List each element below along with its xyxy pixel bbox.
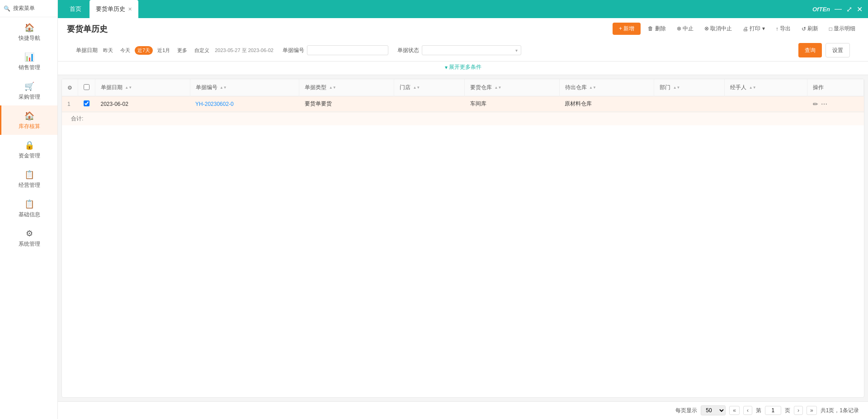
last-page-button[interactable]: » — [807, 406, 817, 415]
content-area: 要货单历史 + 新增 🗑 删除 ⊗ 中止 ⊗ 取消中止 🖨 🖨 打印 打印 ▾ … — [58, 18, 868, 419]
row-store — [394, 96, 465, 112]
sort-icon-handler[interactable]: ▲▼ — [749, 86, 756, 90]
row-doc-date: 2023-06-02 — [95, 96, 190, 112]
date-filter-label: 单据日期 — [76, 47, 98, 54]
settings-icon[interactable]: ⚙ — [67, 85, 72, 91]
table-body: 1 2023-06-02 YH-20230602-0 要货单要货 车间库 原材料… — [62, 96, 864, 112]
tab-home[interactable]: 首页 — [63, 0, 88, 18]
refresh-button[interactable]: ↺ 刷新 — [798, 23, 822, 34]
filter-expand-row: ▾ 展开更多条件 — [58, 62, 868, 75]
page-size-select[interactable]: 50 10 20 100 — [701, 405, 726, 415]
stop-button[interactable]: ⊗ 中止 — [673, 23, 697, 34]
delete-button[interactable]: 🗑 删除 — [644, 23, 669, 34]
next-page-button[interactable]: › — [794, 406, 803, 415]
maximize-button[interactable]: ⤢ — [846, 5, 852, 14]
row-select-checkbox[interactable] — [84, 100, 90, 106]
date-btn-today[interactable]: 今天 — [118, 46, 133, 55]
expand-icon: ▾ — [445, 64, 448, 71]
sidebar-label-system-mgmt: 系统管理 — [19, 240, 40, 248]
expand-more-button[interactable]: ▾ 展开更多条件 — [445, 63, 481, 71]
sidebar-item-purchase-mgmt[interactable]: 🛒 采购管理 — [0, 76, 57, 105]
brand-text: OfTEn — [812, 6, 830, 13]
sidebar-item-basic-info[interactable]: 📋 基础信息 — [0, 194, 57, 223]
sort-icon-department[interactable]: ▲▼ — [673, 86, 680, 90]
table-footer: 合计: — [62, 112, 864, 125]
sort-icon-date[interactable]: ▲▼ — [125, 86, 132, 90]
filter-row: 单据日期 昨天 今天 近7天 近1月 更多 自定义 2023-05-27 至 2… — [67, 39, 859, 61]
table-container: ⚙ 单据日期 ▲▼ 单据编号 ▲▼ 单据类型 ▲▼ — [61, 79, 864, 398]
first-page-button[interactable]: « — [729, 406, 740, 415]
sidebar-search[interactable]: 🔍 搜索菜单 — [0, 0, 57, 17]
row-more-icon[interactable]: ⋯ — [821, 100, 827, 108]
sort-icon-req-warehouse[interactable]: ▲▼ — [495, 86, 502, 90]
page-number-input[interactable] — [765, 406, 781, 415]
print-button[interactable]: 🖨 🖨 打印 打印 ▾ — [739, 23, 768, 34]
th-department: 部门 ▲▼ — [654, 79, 725, 96]
table-row: 1 2023-06-02 YH-20230602-0 要货单要货 车间库 原材料… — [62, 96, 864, 112]
sort-icon-pending-warehouse[interactable]: ▲▼ — [589, 86, 596, 90]
sidebar-label-sales-mgmt: 销售管理 — [19, 64, 40, 71]
query-button[interactable]: 查询 — [798, 43, 822, 57]
select-all-checkbox[interactable] — [84, 84, 90, 90]
sort-icon-type[interactable]: ▲▼ — [329, 86, 336, 90]
gear-icon: ⚙ — [26, 229, 33, 238]
date-btn-7days[interactable]: 近7天 — [135, 46, 153, 55]
page-size-label: 每页显示 — [675, 407, 697, 414]
search-icon: 🔍 — [4, 5, 10, 12]
export-button[interactable]: ↑ 导出 — [772, 23, 794, 34]
page-title-row: 要货单历史 + 新增 🗑 删除 ⊗ 中止 ⊗ 取消中止 🖨 🖨 打印 打印 ▾ … — [67, 23, 859, 35]
show-detail-button[interactable]: □ □ 显示明细 显示明细 — [826, 23, 859, 34]
checkbox-icon: □ — [829, 26, 832, 32]
docstatus-select-wrapper — [422, 45, 521, 55]
sidebar-item-sales-mgmt[interactable]: 📊 销售管理 — [0, 47, 57, 76]
topbar: 首页 要货单历史 ✕ OfTEn — ⤢ ✕ — [58, 0, 868, 18]
date-range-display: 2023-05-27 至 2023-06-02 — [215, 47, 274, 54]
doc-number-link[interactable]: YH-20230602-0 — [195, 101, 234, 107]
row-edit-icon[interactable]: ✏ — [813, 100, 818, 108]
sidebar-item-quick-nav[interactable]: 🏠 快捷导航 — [0, 17, 57, 47]
cancel-stop-button[interactable]: ⊗ 取消中止 — [701, 23, 736, 34]
row-settings: 1 — [62, 96, 78, 112]
lock-icon: 🔒 — [24, 140, 34, 150]
row-doc-type: 要货单要货 — [299, 96, 394, 112]
docstatus-filter-select[interactable] — [422, 45, 521, 55]
date-btn-more[interactable]: 更多 — [175, 46, 190, 55]
sidebar-label-purchase-mgmt: 采购管理 — [19, 93, 40, 101]
row-actions: ✏ ⋯ — [807, 96, 864, 112]
sidebar-item-operations-mgmt[interactable]: 📋 经营管理 — [0, 164, 57, 194]
prev-page-button[interactable]: ‹ — [743, 406, 752, 415]
th-store: 门店 ▲▼ — [394, 79, 465, 96]
total-label: 合计: — [71, 115, 83, 122]
sidebar-search-label: 搜索菜单 — [13, 5, 35, 12]
row-checkbox — [78, 96, 95, 112]
th-pending-warehouse: 待出仓库 ▲▼ — [559, 79, 654, 96]
sidebar-item-finance-mgmt[interactable]: 🔒 资金管理 — [0, 135, 57, 164]
settings-button[interactable]: 设置 — [826, 43, 850, 57]
date-btn-1month[interactable]: 近1月 — [155, 46, 173, 55]
sort-icon-number[interactable]: ▲▼ — [220, 86, 227, 90]
row-req-warehouse: 车间库 — [465, 96, 560, 112]
tab-requisition-history[interactable]: 要货单历史 ✕ — [90, 0, 138, 18]
print-icon: 🖨 — [743, 26, 748, 32]
cart-icon: 🛒 — [24, 81, 34, 91]
sort-icon-store[interactable]: ▲▼ — [413, 86, 420, 90]
main-area: 首页 要货单历史 ✕ OfTEn — ⤢ ✕ 要货单历史 + 新增 🗑 删除 ⊗… — [58, 0, 868, 419]
close-button[interactable]: ✕ — [857, 5, 863, 14]
row-pending-warehouse: 原材料仓库 — [559, 96, 654, 112]
th-doc-type: 单据类型 ▲▼ — [299, 79, 394, 96]
tab-close-icon[interactable]: ✕ — [128, 6, 132, 12]
minimize-button[interactable]: — — [835, 5, 842, 13]
date-btn-yesterday[interactable]: 昨天 — [100, 46, 116, 55]
th-doc-date: 单据日期 ▲▼ — [95, 79, 190, 96]
pagination-bar: 每页显示 50 10 20 100 « ‹ 第 页 › » 共1页，1条记录 — [58, 401, 868, 419]
refresh-icon: ↺ — [802, 26, 806, 32]
row-department — [654, 96, 725, 112]
date-btn-custom[interactable]: 自定义 — [192, 46, 212, 55]
sidebar-item-inventory-mgmt[interactable]: 🏠 库存核算 — [0, 105, 57, 135]
row-handler — [725, 96, 807, 112]
page-label: 第 — [756, 407, 761, 414]
sidebar-item-system-mgmt[interactable]: ⚙ 系统管理 — [0, 223, 57, 252]
th-handler: 经手人 ▲▼ — [725, 79, 807, 96]
new-button[interactable]: + 新增 — [613, 23, 641, 35]
docnumber-filter-input[interactable] — [307, 45, 388, 55]
